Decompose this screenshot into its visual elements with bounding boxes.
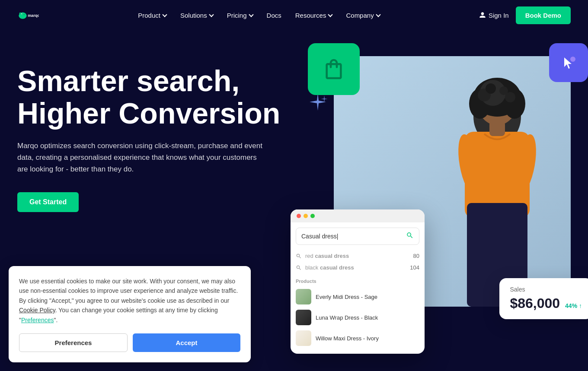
hero-right: Casual dress| red casual dress 80 bla xyxy=(273,30,588,371)
search-ui-card: Casual dress| red casual dress 80 bla xyxy=(291,209,425,354)
shopping-bag-card xyxy=(308,43,360,95)
svg-point-4 xyxy=(23,14,25,15)
window-close-dot xyxy=(297,214,301,218)
chevron-down-icon xyxy=(162,12,167,17)
svg-point-3 xyxy=(21,13,22,14)
sign-in-link[interactable]: Sign In xyxy=(479,12,509,19)
product-thumbnail xyxy=(296,310,311,325)
suggestion-item[interactable]: black casual dress 104 xyxy=(296,262,419,273)
window-minimize-dot xyxy=(304,214,308,218)
suggestion-text: black casual dress xyxy=(305,264,354,271)
shopping-bag-icon xyxy=(322,57,346,81)
suggestion-text: red casual dress xyxy=(305,253,349,259)
svg-point-6 xyxy=(19,13,21,14)
cookie-banner: We use essential cookies to make our sit… xyxy=(9,266,251,362)
nav-product[interactable]: Product xyxy=(133,8,172,22)
cookie-policy-link[interactable]: Cookie Policy xyxy=(19,307,55,314)
svg-point-18 xyxy=(499,86,508,95)
nav-right: Sign In Book Demo xyxy=(479,6,571,24)
product-item[interactable]: Willow Maxi Dress - Ivory xyxy=(296,328,419,349)
accept-button[interactable]: Accept xyxy=(133,333,240,352)
nav-pricing[interactable]: Pricing xyxy=(222,8,258,22)
hero-title: Smarter search, Higher Conversion xyxy=(17,65,294,130)
chevron-down-icon xyxy=(376,12,380,17)
chevron-down-icon xyxy=(209,12,214,17)
product-item[interactable]: Luna Wrap Dress - Black xyxy=(296,307,419,328)
search-icon[interactable] xyxy=(406,231,414,241)
hero-cta: Get Started xyxy=(17,192,294,212)
product-name: Luna Wrap Dress - Black xyxy=(316,314,378,321)
nav-resources[interactable]: Resources xyxy=(290,8,338,22)
get-started-button[interactable]: Get Started xyxy=(17,192,79,212)
cursor-icon xyxy=(560,54,577,71)
preferences-inline-link[interactable]: Preferences xyxy=(21,317,54,323)
product-name: Willow Maxi Dress - Ivory xyxy=(316,335,379,342)
navbar: marqo Product Solutions Pricing Docs Res… xyxy=(0,0,588,30)
suggestion-item[interactable]: red casual dress 80 xyxy=(296,250,419,262)
logo[interactable]: marqo xyxy=(17,6,39,24)
svg-text:marqo: marqo xyxy=(28,13,39,18)
suggestion-count: 80 xyxy=(413,253,419,259)
suggestion-count: 104 xyxy=(410,264,419,271)
svg-point-17 xyxy=(486,83,496,94)
hero-description: Marqo optimizes search conversion using … xyxy=(17,140,268,175)
products-label: Products xyxy=(296,279,419,284)
cookie-buttons: Preferences Accept xyxy=(19,333,240,352)
sales-amount-row: $86,000 44% ↑ xyxy=(510,295,582,311)
sales-card: Sales $86,000 44% ↑ xyxy=(499,278,588,319)
chevron-down-icon xyxy=(249,12,253,17)
sales-label: Sales xyxy=(510,286,582,293)
svg-point-8 xyxy=(570,57,575,62)
product-thumbnail xyxy=(296,289,311,304)
chevron-down-icon xyxy=(328,12,333,17)
sales-change: 44% ↑ xyxy=(565,302,582,309)
search-input[interactable]: Casual dress| xyxy=(301,233,406,240)
nav-solutions[interactable]: Solutions xyxy=(175,8,218,22)
product-name: Everly Midi Dress - Sage xyxy=(316,294,377,300)
user-icon xyxy=(479,12,486,19)
search-input-container[interactable]: Casual dress| xyxy=(296,228,419,245)
nav-company[interactable]: Company xyxy=(341,8,385,22)
product-item[interactable]: Everly Midi Dress - Sage xyxy=(296,286,419,307)
woman-illustration xyxy=(424,65,571,307)
search-suggestions: red casual dress 80 black casual dress 1… xyxy=(291,250,425,277)
book-demo-button[interactable]: Book Demo xyxy=(516,6,571,24)
cursor-card xyxy=(549,43,588,82)
window-maximize-dot xyxy=(310,214,315,218)
window-controls xyxy=(291,209,425,222)
products-section: Products Everly Midi Dress - Sage Luna W… xyxy=(291,277,425,354)
sales-number: $86,000 xyxy=(510,295,560,311)
svg-rect-20 xyxy=(489,121,505,136)
nav-docs[interactable]: Docs xyxy=(262,8,287,22)
product-thumbnail xyxy=(296,330,311,346)
nav-links: Product Solutions Pricing Docs Resources… xyxy=(133,8,385,22)
preferences-button[interactable]: Preferences xyxy=(19,333,128,352)
cookie-text: We use essential cookies to make our sit… xyxy=(19,276,240,325)
